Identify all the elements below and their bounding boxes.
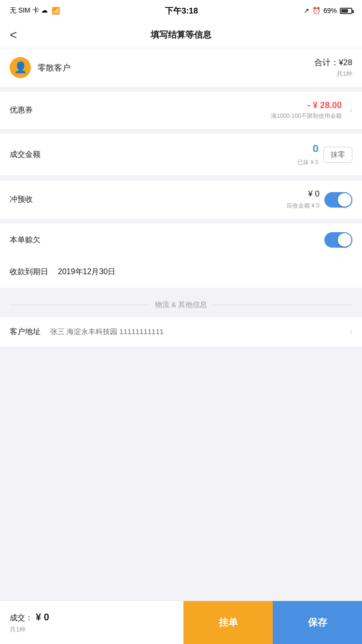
status-right: ↗ ⏰ 69% bbox=[304, 7, 352, 14]
prepayment-right: ¥ 0 应收金额 ¥ 0 bbox=[287, 189, 352, 210]
battery-icon bbox=[340, 8, 352, 14]
pending-button[interactable]: 挂单 bbox=[183, 601, 273, 644]
status-left: 无 SIM 卡 ☁ 📶 bbox=[10, 6, 60, 15]
address-row[interactable]: 客户地址 张三 海淀永丰科技园 11111111111 › bbox=[0, 317, 362, 347]
deal-amount-row: 成交金额 0 已抹 ¥ 0 抹零 bbox=[0, 134, 362, 175]
avatar: 👤 bbox=[10, 57, 31, 78]
deal-section: 成交金额 0 已抹 ¥ 0 抹零 冲预收 ¥ 0 应收金额 ¥ 0 bbox=[0, 134, 362, 219]
location-icon: ↗ bbox=[304, 7, 309, 14]
sim-status: 无 SIM 卡 ☁ bbox=[10, 6, 48, 15]
coupon-amount: - ¥ 28.00 bbox=[307, 100, 342, 111]
coupon-label: 优惠券 bbox=[10, 105, 33, 115]
coupon-row[interactable]: 优惠券 - ¥ 28.00 满1000-100不限制使用金额 › bbox=[0, 92, 362, 129]
deal-amount-label: 成交金额 bbox=[10, 150, 41, 160]
coupon-value-block: - ¥ 28.00 满1000-100不限制使用金额 bbox=[271, 100, 342, 120]
round-zero-button[interactable]: 抹零 bbox=[323, 147, 352, 163]
address-label: 客户地址 bbox=[10, 327, 41, 337]
prepayment-value: ¥ 0 bbox=[308, 189, 320, 199]
receivable-amount: 应收金额 ¥ 0 bbox=[287, 202, 320, 210]
due-date-value: 2019年12月30日 bbox=[58, 267, 115, 277]
coupon-section: 优惠券 - ¥ 28.00 满1000-100不限制使用金额 › bbox=[0, 92, 362, 129]
bottom-deal-row: 成交： ¥ 0 bbox=[10, 612, 174, 623]
prepayment-value-block: ¥ 0 应收金额 ¥ 0 bbox=[287, 189, 320, 210]
page-title: 填写结算等信息 bbox=[151, 29, 211, 41]
deal-amount-value: 0 bbox=[304, 142, 319, 155]
avatar-icon: 👤 bbox=[14, 61, 27, 74]
toggle-knob bbox=[338, 193, 351, 207]
total-count: 共1种 bbox=[314, 70, 352, 78]
section-separator-1 bbox=[0, 175, 362, 180]
debt-section: 本单赊欠 收款到期日 2019年12月30日 bbox=[0, 224, 362, 288]
debt-row: 本单赊欠 bbox=[0, 224, 362, 256]
bottom-deal-label: 成交： bbox=[10, 613, 33, 623]
due-date-row: 收款到期日 2019年12月30日 bbox=[0, 256, 362, 288]
logistics-title: 物流 & 其他信息 bbox=[155, 300, 207, 309]
prepayment-toggle[interactable] bbox=[324, 192, 352, 208]
wifi-icon: 📶 bbox=[52, 7, 60, 14]
deal-amount-right: 0 已抹 ¥ 0 抹零 bbox=[297, 142, 352, 167]
debt-toggle[interactable] bbox=[324, 232, 352, 248]
bottom-bar: 成交： ¥ 0 共1种 挂单 保存 bbox=[0, 601, 362, 644]
bottom-summary: 成交： ¥ 0 共1种 bbox=[0, 612, 183, 634]
due-date-label: 收款到期日 bbox=[10, 267, 48, 277]
nav-bar: < 填写结算等信息 bbox=[0, 21, 362, 48]
debt-label: 本单赊欠 bbox=[10, 235, 41, 245]
status-time: 下午3:18 bbox=[165, 5, 198, 16]
customer-row: 👤 零散客户 合计：¥28 共1种 bbox=[0, 48, 362, 87]
bottom-deal-amount: ¥ 0 bbox=[36, 612, 49, 623]
status-bar: 无 SIM 卡 ☁ 📶 下午3:18 ↗ ⏰ 69% bbox=[0, 0, 362, 21]
coupon-desc: 满1000-100不限制使用金额 bbox=[271, 112, 342, 120]
content: 👤 零散客户 合计：¥28 共1种 优惠券 - ¥ 28.00 满1000-10… bbox=[0, 48, 362, 400]
save-button[interactable]: 保存 bbox=[273, 601, 362, 644]
coupon-right: - ¥ 28.00 满1000-100不限制使用金额 › bbox=[271, 100, 352, 120]
alarm-icon: ⏰ bbox=[312, 7, 320, 14]
address-value: 张三 海淀永丰科技园 11111111111 bbox=[50, 327, 347, 336]
address-section: 客户地址 张三 海淀永丰科技园 11111111111 › bbox=[0, 317, 362, 347]
bottom-count: 共1种 bbox=[10, 625, 174, 634]
deal-amount-value-block: 0 已抹 ¥ 0 bbox=[297, 142, 319, 167]
customer-right: 合计：¥28 共1种 bbox=[314, 57, 352, 78]
back-button[interactable]: < bbox=[6, 25, 21, 45]
logistics-header: 物流 & 其他信息 bbox=[0, 293, 362, 317]
chevron-right-icon: › bbox=[349, 105, 352, 115]
already-rounded: 已抹 ¥ 0 bbox=[297, 158, 319, 167]
prepayment-label: 冲预收 bbox=[10, 195, 33, 205]
debt-toggle-knob bbox=[338, 233, 351, 247]
customer-left: 👤 零散客户 bbox=[10, 57, 70, 78]
prepayment-row: 冲预收 ¥ 0 应收金额 ¥ 0 bbox=[0, 180, 362, 219]
address-chevron-icon: › bbox=[349, 327, 352, 337]
battery-percent: 69% bbox=[323, 7, 337, 14]
customer-section: 👤 零散客户 合计：¥28 共1种 bbox=[0, 48, 362, 87]
customer-name: 零散客户 bbox=[38, 62, 70, 73]
total-amount: 合计：¥28 bbox=[314, 57, 352, 68]
